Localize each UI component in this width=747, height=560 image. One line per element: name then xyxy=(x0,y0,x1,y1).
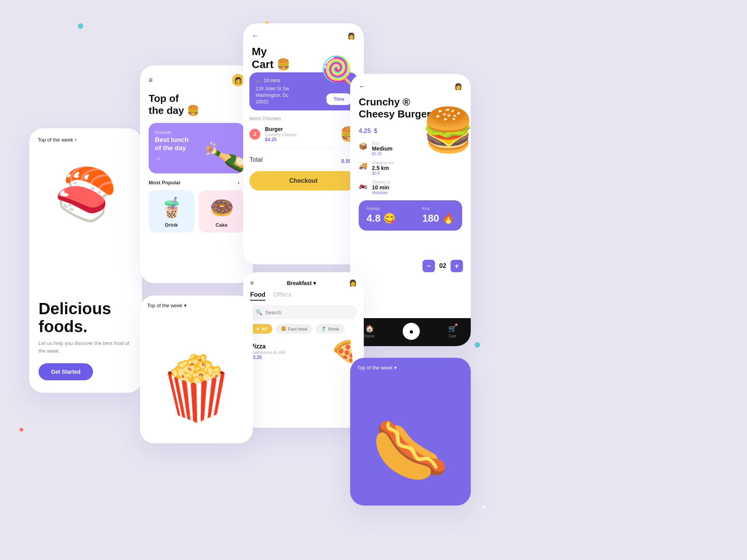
kcal-stat: Kcal 180 🔥 xyxy=(422,206,454,224)
kcal-value: 180 🔥 xyxy=(422,212,454,224)
ratings-stat: Ratings 4.8 😋 xyxy=(366,206,396,224)
cart-header: ← 👩 xyxy=(243,23,364,40)
breakfast-label: Breakfast xyxy=(287,280,312,286)
cart-item-name: Burger xyxy=(265,126,335,132)
hamburger-menu-icon[interactable]: ≡ xyxy=(149,76,153,84)
stats-card: Ratings 4.8 😋 Kcal 180 🔥 xyxy=(359,200,462,231)
search-icon: 🔍 xyxy=(256,309,262,315)
delivery-time: 10 mins xyxy=(264,78,280,83)
card2-header: ≡ 👩 xyxy=(140,65,253,86)
qty-plus-button[interactable]: + xyxy=(451,260,463,272)
back-arrow-icon[interactable]: ← xyxy=(252,32,259,40)
cart-item-price: $4.25 xyxy=(265,137,335,142)
bike-icon: 🚲 xyxy=(256,78,261,83)
delicious-title: Delicious foods. xyxy=(39,300,133,336)
nav-home[interactable]: 🏠 Home xyxy=(364,324,375,338)
card-delicious-foods: Top of the week ▾ 🍣 Delicious foods. Let… xyxy=(29,128,142,393)
items-chosen-label: Items Choosen xyxy=(249,116,281,121)
size-label: Size xyxy=(372,141,393,145)
filter-row: ▼ All 🍔 Fast food 🥤 Drink xyxy=(243,324,364,334)
cake-label: Cake xyxy=(203,222,240,228)
hotdog-emoji: 🌭 xyxy=(372,414,449,487)
week2-chevron-icon: ▾ xyxy=(394,365,397,371)
ratings-emoji: 😋 xyxy=(383,212,396,224)
kcal-emoji: 🔥 xyxy=(442,212,454,224)
delivery-address: 119 Joliet St SwWashington, Dc20032 xyxy=(256,86,351,105)
breakfast-selector[interactable]: Breakfast ▾ xyxy=(287,280,316,286)
delivery-label: Delivery in xyxy=(372,180,390,184)
nav-cart-label: Cart xyxy=(449,334,456,338)
bg-dot-1 xyxy=(78,23,83,29)
nav-middle[interactable]: ● xyxy=(403,323,420,340)
chevron-down-icon: ▾ xyxy=(75,137,77,142)
filter-fast-food[interactable]: 🍔 Fast food xyxy=(275,324,313,334)
filter-all-label: All xyxy=(261,327,267,331)
filter-drink[interactable]: 🥤 Drink xyxy=(316,324,344,334)
popcorn-wrap: 🍿 xyxy=(140,308,253,425)
shipping-icon: 🚚 xyxy=(359,161,367,170)
bottom-nav-bar: 🏠 Home ● 🛒 Cart xyxy=(350,318,471,346)
search-input[interactable] xyxy=(265,310,351,315)
fast-food-icon: 🍔 xyxy=(281,326,286,331)
back-arrow-icon[interactable]: ← xyxy=(359,82,366,91)
kcal-label: Kcal xyxy=(422,206,454,211)
pizza-info: Pizza Mushrooms & chili $3.25 xyxy=(250,343,285,360)
delivery-value: 10 min xyxy=(372,184,390,191)
card-burger-detail: ← 👩 Crunchy ®Cheesy Burger 🍔 4.25 $ 📦 Si… xyxy=(350,74,471,346)
burger-avatar: 👩 xyxy=(454,83,462,90)
card6-header: Top of the week ▾ xyxy=(140,296,253,308)
quantity-control: − 02 + xyxy=(423,260,463,272)
search-bar[interactable]: 🔍 xyxy=(250,305,357,319)
drink-filter-icon: 🥤 xyxy=(321,326,326,331)
checkout-button[interactable]: Checkout xyxy=(249,171,358,191)
most-popular-label: Most Popular xyxy=(149,180,181,186)
pizza-emoji: 🍕 xyxy=(331,339,357,364)
nav-circle-icon: ● xyxy=(409,327,414,336)
drink-item[interactable]: 🧋 Drink xyxy=(149,190,194,233)
card2-title: Top ofthe day 🍔 xyxy=(140,86,253,117)
cart-item: 2 Burger Crunchy Cheesy $4.25 🍔 xyxy=(243,126,364,142)
sushi-emoji: 🍣 xyxy=(54,165,117,224)
filter-all-icon: ▼ xyxy=(256,327,260,331)
discover-card[interactable]: Discover Best lunchof the day → 🍾 xyxy=(149,123,244,173)
card7-header: Top of the week ▾ xyxy=(350,358,471,371)
breakfast-chevron-icon: ▾ xyxy=(313,280,316,286)
burger-image-emoji: 🍔 xyxy=(421,105,471,155)
cart-notification-dot xyxy=(455,324,458,326)
qty-number: 02 xyxy=(435,262,451,270)
delivery-icon: 🏍️ xyxy=(359,181,367,189)
top-week-text2: Top of the week xyxy=(357,365,393,371)
size-sub: $1.25 xyxy=(372,152,393,156)
prev-arrow-icon[interactable]: ‹ xyxy=(238,180,239,186)
top-week-label[interactable]: Top of the week ▾ xyxy=(147,303,187,308)
delivery-detail: 🏍️ Delivery in 10 min Motobike − 02 + xyxy=(359,180,462,195)
cart-item-sub: Crunchy Cheesy xyxy=(265,132,335,137)
nav-active-circle: ● xyxy=(403,323,420,340)
top-week-badge[interactable]: Top of the week ▾ xyxy=(38,137,77,143)
tab-offers[interactable]: Offers xyxy=(273,291,291,301)
qty-minus-button[interactable]: − xyxy=(423,260,435,272)
get-started-button[interactable]: Get Started xyxy=(39,363,93,380)
home-icon: 🏠 xyxy=(365,324,374,333)
filter-all[interactable]: ▼ All xyxy=(250,324,272,334)
card-top-week-bottom: Top of the week ▾ 🍿 xyxy=(140,296,253,443)
shipping-value: 2.5 km xyxy=(372,165,394,171)
top-week-label2[interactable]: Top of the week ▾ xyxy=(357,365,397,371)
drink-emoji: 🧋 xyxy=(153,196,190,219)
menu-icon[interactable]: ≡ xyxy=(250,280,254,287)
pizza-name: Pizza xyxy=(250,343,285,350)
avatar: 👩 xyxy=(232,74,244,86)
most-popular-row: Most Popular ‹ › xyxy=(140,180,253,186)
card-food-offers: ≡ Breakfast ▾ 👩 Food Offers 🔍 ▼ All 🍔 Fa… xyxy=(243,272,364,428)
cart-avatar: 👩 xyxy=(347,32,355,40)
drink-label: Drink xyxy=(153,222,190,228)
card-top-of-day: ≡ 👩 Top ofthe day 🍔 Discover Best luncho… xyxy=(140,65,253,283)
nav-cart[interactable]: 🛒 Cart xyxy=(448,324,457,338)
fast-food-label: Fast food xyxy=(288,327,307,331)
cake-item[interactable]: 🍩 Cake xyxy=(199,190,244,233)
food-tabs: Food Offers xyxy=(243,287,364,301)
food-avatar: 👩 xyxy=(349,279,357,287)
popcorn-emoji: 🍿 xyxy=(158,352,235,425)
week-chevron-icon: ▾ xyxy=(184,303,187,308)
discover-label: Discover xyxy=(155,130,238,135)
